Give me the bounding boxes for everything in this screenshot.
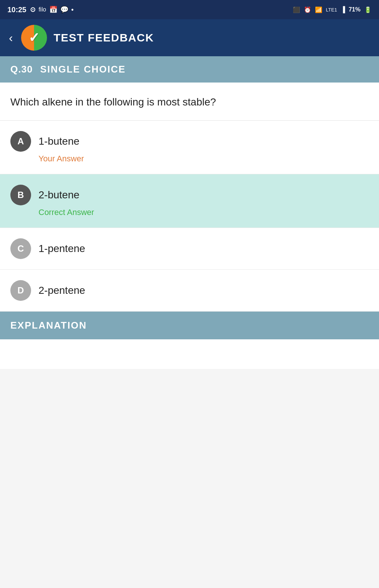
correct-answer-label: Correct Answer <box>38 208 369 217</box>
option-c-row: C 1-pentene <box>10 238 369 259</box>
option-d[interactable]: D 2-pentene <box>0 270 379 312</box>
cast-icon: ⬛ <box>293 6 300 13</box>
option-a-letter: A <box>17 136 24 147</box>
whatsapp-icon: ⊙ <box>30 6 36 14</box>
question-body: Which alkene in the following is most st… <box>0 83 379 121</box>
option-d-row: D 2-pentene <box>10 280 369 301</box>
alarm-icon: ⏰ <box>304 6 311 13</box>
time-display: 10:25 <box>7 6 26 14</box>
option-a-text: 1-butene <box>38 135 80 147</box>
app-name: filo <box>38 6 46 13</box>
question-type: SINGLE CHOICE <box>40 64 125 75</box>
option-c-circle: C <box>10 238 31 259</box>
your-answer-label: Your Answer <box>38 154 369 164</box>
page-title: TEST FEEDBACK <box>54 31 154 44</box>
question-text: Which alkene in the following is most st… <box>10 94 369 110</box>
battery-icon: 🔋 <box>364 6 372 13</box>
app-logo: ✓ <box>21 25 47 51</box>
option-a-row: A 1-butene <box>10 131 369 152</box>
options-list: A 1-butene Your Answer B 2-butene Correc… <box>0 121 379 312</box>
option-b-row: B 2-butene <box>10 185 369 205</box>
status-bar: 10:25 ⊙ filo 📅 💬 • ⬛ ⏰ 📶 LTE1 ▐ 71% 🔋 <box>0 0 379 19</box>
status-right-icons: ⬛ ⏰ 📶 LTE1 ▐ 71% 🔋 <box>293 6 372 13</box>
option-b-text: 2-butene <box>38 189 80 201</box>
status-icons: ⊙ filo 📅 💬 • <box>30 6 74 14</box>
option-d-circle: D <box>10 280 31 301</box>
explanation-section: EXPLANATION <box>0 312 379 339</box>
option-b-letter: B <box>17 190 24 200</box>
content-spacer <box>0 339 379 369</box>
battery-percent: 71% <box>349 6 360 13</box>
option-c[interactable]: C 1-pentene <box>0 228 379 270</box>
app-header: ‹ ✓ TEST FEEDBACK <box>0 19 379 56</box>
chat-icon: 💬 <box>60 6 68 14</box>
signal-text: LTE1 <box>326 7 337 13</box>
option-d-letter: D <box>17 285 24 296</box>
option-c-text: 1-pentene <box>38 243 85 255</box>
explanation-title: EXPLANATION <box>10 320 87 331</box>
logo-checkmark: ✓ <box>28 30 40 46</box>
signal-bars-icon: ▐ <box>341 6 345 13</box>
wifi-icon: 📶 <box>315 6 322 13</box>
option-b[interactable]: B 2-butene Correct Answer <box>0 174 379 228</box>
calendar-icon: 📅 <box>49 6 57 14</box>
option-a[interactable]: A 1-butene Your Answer <box>0 121 379 174</box>
option-b-circle: B <box>10 185 31 205</box>
back-button[interactable]: ‹ <box>9 31 13 45</box>
dot-indicator: • <box>71 6 74 14</box>
question-header: Q.30 SINGLE CHOICE <box>0 56 379 83</box>
question-number: Q.30 <box>10 64 33 75</box>
option-a-circle: A <box>10 131 31 152</box>
option-d-text: 2-pentene <box>38 285 85 296</box>
option-c-letter: C <box>17 243 24 254</box>
status-time-area: 10:25 ⊙ filo 📅 💬 • <box>7 6 74 14</box>
